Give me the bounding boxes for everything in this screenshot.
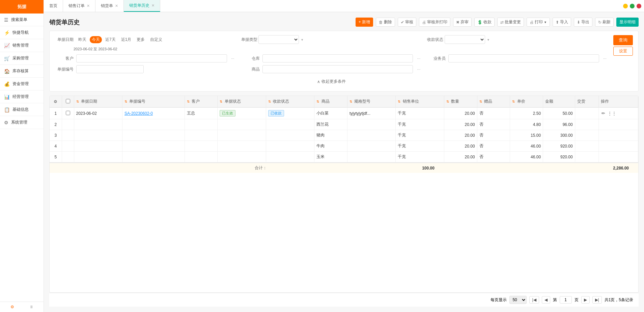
th-customer[interactable]: ⇅ 客户 — [185, 96, 218, 107]
sidebar-item-sys-mgmt[interactable]: ⚙ 系统管理 — [0, 116, 44, 129]
cell-num: 4 — [50, 141, 62, 152]
first-page-btn[interactable]: |◀ — [529, 296, 539, 304]
export-button[interactable]: ⬇ 导出 — [574, 18, 592, 27]
toolbar: + 新增 🗑 删除 ✔ 审核 🖨 审核并打印 ✖ 弃审 — [356, 18, 639, 27]
current-page-input[interactable] — [560, 296, 572, 304]
filter-goods-dots[interactable]: ··· — [416, 67, 422, 72]
cell-checkbox — [62, 107, 74, 119]
th-unit[interactable]: ⇅ 销售单位 — [396, 96, 444, 107]
tab-sales-order[interactable]: 销售订单 ✕ — [63, 0, 95, 12]
th-gift[interactable]: ⇅ 赠品 — [477, 96, 510, 107]
collapse-row: ∧ 收起更多条件 — [55, 76, 608, 87]
cell-checkbox — [62, 130, 74, 141]
filter-collect-select[interactable] — [445, 35, 485, 44]
sidebar-bottom-icon1[interactable]: ⚙ — [10, 305, 14, 309]
cell-qty: 20.00 — [444, 119, 477, 130]
last-page-btn[interactable]: ▶| — [592, 296, 602, 304]
filter-customer-input[interactable] — [76, 54, 227, 62]
th-qty[interactable]: ⇅ 数量 — [444, 96, 477, 107]
import-btn-label: 导入 — [560, 19, 568, 25]
next-page-btn[interactable]: ▶ — [581, 296, 590, 304]
cell-num: 2 — [50, 119, 62, 130]
sidebar-item-purchase-mgmt[interactable]: 🛒 采购管理 — [0, 52, 44, 65]
th-goods[interactable]: ⇅ 商品 — [314, 96, 347, 107]
date-tab-more[interactable]: 更多 — [135, 36, 147, 43]
th-spec-label: 规格型号 — [354, 99, 370, 104]
sort-icon-customer: ⇅ — [187, 100, 190, 103]
th-doc-no[interactable]: ⇅ 单据编号 — [122, 96, 185, 107]
sidebar-item-label: 库存核算 — [12, 68, 29, 74]
purchase-icon: 🛒 — [4, 56, 10, 61]
tab-sales-history-close[interactable]: ✕ — [151, 3, 155, 8]
th-price[interactable]: ⇅ 单价 — [510, 96, 543, 107]
window-minimize-btn[interactable] — [623, 4, 628, 8]
sidebar-item-finance[interactable]: 💰 资金管理 — [0, 78, 44, 90]
sidebar-item-basic-info[interactable]: 📋 基础信息 — [0, 103, 44, 116]
sort-icon-collect: ⇅ — [268, 100, 271, 103]
filter-salesperson-input[interactable] — [448, 54, 599, 62]
tab-sales-history[interactable]: 销货单历史 ✕ — [124, 0, 160, 12]
sidebar-item-sales-mgmt[interactable]: 📈 销售管理 — [0, 39, 44, 52]
abandon-icon: ✖ — [456, 20, 459, 25]
sidebar-item-quick-nav[interactable]: ⚡ 快捷导航 — [0, 26, 44, 39]
batch-change-button[interactable]: ⇄ 批量变更 — [497, 18, 524, 27]
date-tab-yesterday[interactable]: 昨天 — [76, 36, 88, 43]
cell-checkbox — [62, 152, 74, 162]
filter-customer-dots[interactable]: ··· — [230, 56, 236, 61]
audit-button[interactable]: ✔ 审核 — [398, 18, 416, 27]
op-edit-btn[interactable]: ✏ — [601, 110, 606, 116]
date-tab-today[interactable]: 今天 — [90, 36, 102, 43]
query-button[interactable]: 查询 — [613, 35, 633, 45]
window-close-btn[interactable] — [637, 4, 641, 8]
th-collect-status[interactable]: ⇅ 收款状态 — [266, 96, 314, 107]
table-row: 5玉米千克20.00否46.00920.00 — [50, 152, 638, 162]
filter-docno-input[interactable] — [76, 65, 144, 73]
filter-doctype-select[interactable] — [258, 35, 299, 44]
cell-qty: 20.00 — [444, 130, 477, 141]
collapse-button[interactable]: ∧ 收起更多条件 — [316, 77, 347, 86]
sidebar-item-inventory[interactable]: 🏠 库存核算 — [0, 65, 44, 78]
print-audit-button[interactable]: 🖨 审核并打印 — [419, 18, 450, 27]
cell-qty: 20.00 — [444, 141, 477, 152]
gear-col-icon[interactable]: ⚙ — [54, 99, 57, 104]
refresh-button[interactable]: ↻ 刷新 — [595, 18, 614, 27]
prev-page-btn[interactable]: ◀ — [542, 296, 550, 304]
table-body: 12023-06-02SA-20230602-0王总已生效已收款小白菜tyjyt… — [50, 107, 638, 162]
filter-warehouse-dots[interactable]: ··· — [416, 56, 422, 61]
select-all-checkbox[interactable] — [66, 99, 70, 103]
new-button[interactable]: + 新增 — [356, 18, 373, 27]
tab-sales-goods[interactable]: 销货单 ✕ — [95, 0, 124, 12]
tab-sales-order-close[interactable]: ✕ — [87, 4, 90, 8]
tab-home[interactable]: 首页 — [44, 0, 63, 12]
date-tab-7days[interactable]: 近7天 — [103, 36, 118, 43]
window-maximize-btn[interactable] — [630, 4, 635, 8]
th-spec[interactable]: ⇅ 规格型号 — [347, 96, 396, 107]
th-gift-label: 赠品 — [484, 99, 492, 104]
sidebar-item-ops-mgmt[interactable]: 📊 经营管理 — [0, 90, 44, 103]
th-gear[interactable]: ⚙ — [50, 96, 62, 107]
cell-collect-status — [266, 141, 314, 152]
filter-warehouse-input[interactable] — [262, 54, 413, 62]
tab-sales-goods-close[interactable]: ✕ — [115, 4, 118, 8]
abandon-button[interactable]: ✖ 弃审 — [453, 18, 472, 27]
th-doc-date[interactable]: ⇅ 单据日期 — [74, 96, 122, 107]
date-tab-1month[interactable]: 近1月 — [119, 36, 134, 43]
print-button[interactable]: 🖨 打印 ▼ — [527, 18, 550, 27]
filter-goods-input[interactable] — [262, 65, 413, 73]
show-detail-button[interactable]: 显示明细 — [616, 18, 639, 27]
op-more-btn[interactable]: ⋮⋮ — [607, 110, 617, 116]
filter-salesperson-dots[interactable]: ··· — [602, 56, 608, 61]
th-doc-status[interactable]: ⇅ 单据状态 — [218, 96, 266, 107]
sidebar-item-search-menu[interactable]: ☰ 搜索菜单 — [0, 14, 44, 26]
row-checkbox[interactable] — [66, 111, 70, 115]
import-button[interactable]: ⬆ 导入 — [553, 18, 571, 27]
collect-button[interactable]: 💲 收款 — [474, 18, 495, 27]
export-icon: ⬇ — [577, 20, 580, 25]
set-button[interactable]: 设置 — [613, 47, 633, 56]
date-tab-custom[interactable]: 自定义 — [148, 36, 164, 43]
doc-no-link[interactable]: SA-20230602-0 — [124, 111, 153, 116]
sidebar-bottom-icon2[interactable]: ⏸ — [29, 305, 33, 309]
filter-salesperson-field: 业务员 ··· — [427, 54, 608, 62]
delete-button[interactable]: 🗑 删除 — [376, 18, 395, 27]
page-size-select[interactable]: 50 100 200 — [509, 296, 527, 304]
